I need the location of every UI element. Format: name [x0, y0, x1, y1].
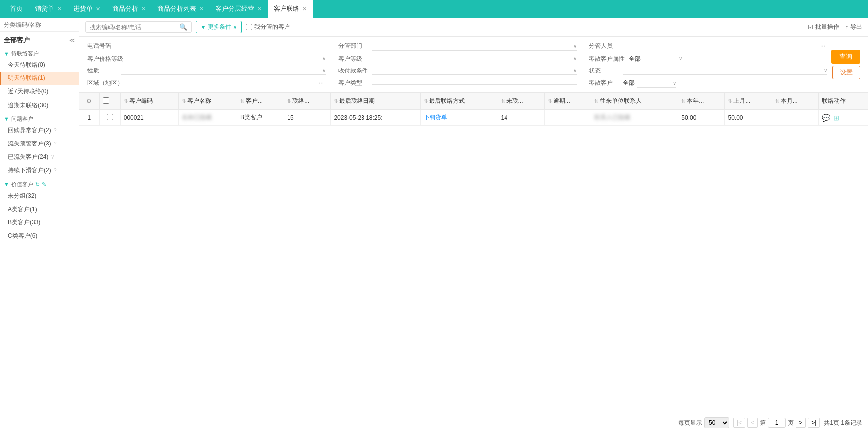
- sidebar-item-declining[interactable]: 持续下滑客户(2) ?: [0, 164, 79, 177]
- filter-select-payment[interactable]: ∨: [372, 66, 577, 75]
- col-header-overdue[interactable]: 逾期...: [544, 93, 591, 110]
- filter-cell-status[interactable]: 状态 ∨: [589, 66, 827, 75]
- batch-ops-button[interactable]: ☑ 批量操作: [808, 23, 839, 31]
- nav-purchase-close-icon[interactable]: ✕: [96, 6, 100, 12]
- col-header-last-contact-method[interactable]: 最后联络方式: [420, 93, 498, 110]
- sidebar-all-customers-header: 全部客户 ≪: [0, 32, 79, 47]
- col-header-contact[interactable]: 联络...: [284, 93, 331, 110]
- filter-select-customer-attr[interactable]: ∨: [643, 54, 682, 63]
- filter-select-nature[interactable]: ∨: [121, 66, 326, 75]
- sidebar-search-input[interactable]: [4, 21, 78, 28]
- filter-select-dept[interactable]: ∨: [372, 42, 577, 51]
- sidebar-item-tomorrow[interactable]: 明天待联络(1): [0, 72, 79, 85]
- value-group-edit-icon[interactable]: ✎: [42, 181, 46, 188]
- nav-customer-segmentation-close-icon[interactable]: ✕: [257, 6, 262, 12]
- filter-dept-chevron-icon: ∨: [573, 43, 577, 49]
- sidebar-item-overdue[interactable]: 逾期未联络(30): [0, 99, 79, 112]
- filter-select-retail[interactable]: ∨: [637, 79, 676, 88]
- col-header-contact-person[interactable]: 往来单位联系人: [591, 93, 678, 110]
- nav-purchase-label: 进货单: [73, 4, 93, 13]
- filter-cell-customer-level[interactable]: 客户等级 ∨: [338, 54, 577, 63]
- nav-goods-analysis-label: 商品分析: [112, 4, 138, 13]
- sidebar-item-today[interactable]: 今天待联络(0): [0, 58, 79, 72]
- page-input[interactable]: [768, 418, 786, 428]
- qr-action-icon[interactable]: ⊞: [833, 114, 839, 122]
- filter-cell-customer-type[interactable]: 客户类型: [338, 79, 577, 87]
- sidebar-group-pending-label: 待联络客户: [11, 50, 39, 57]
- lost-help-icon[interactable]: ?: [51, 154, 54, 160]
- filter-input-phone[interactable]: [121, 41, 326, 51]
- sidebar-item-lost-potential[interactable]: 流失预警客户(3) ?: [0, 137, 79, 150]
- repurchase-abnormal-help-icon[interactable]: ?: [54, 128, 57, 133]
- main-search-container: 🔍: [85, 21, 192, 33]
- cell-seq: 1: [79, 110, 99, 126]
- nav-customer-segmentation[interactable]: 客户分层经营 ✕: [210, 0, 268, 18]
- settings-button[interactable]: 设置: [832, 66, 860, 79]
- sidebar-collapse-icon[interactable]: ≪: [69, 37, 75, 44]
- sidebar-item-repurchase-abnormal[interactable]: 回购异常客户(2) ?: [0, 124, 79, 137]
- filter-select-customer-level[interactable]: ∨: [372, 54, 577, 63]
- filter-cell-price-level[interactable]: 客户价格等级 ∨: [87, 54, 326, 63]
- nav-customer-contact[interactable]: 客户联络 ✕: [268, 0, 313, 18]
- sidebar-group-problem: ▼ 问题客户: [0, 112, 79, 124]
- filter-select-price-level[interactable]: ∨: [127, 54, 326, 63]
- sidebar-item-ungrouped[interactable]: 未分组(32): [0, 189, 79, 203]
- filter-cell-payment[interactable]: 收付款条件 ∨: [338, 66, 577, 75]
- filter-cell-nature[interactable]: 性质 ∨: [87, 66, 326, 75]
- filter-cell-dept[interactable]: 分管部门 ∨: [338, 42, 577, 51]
- nav-customer-contact-label: 客户联络: [274, 4, 299, 13]
- pagination-last-button[interactable]: >|: [808, 418, 820, 428]
- table-row: 1 000021 名称已隐藏 B类客户 15 2023-05-23 18:25:…: [79, 110, 868, 126]
- sidebar-item-class-a[interactable]: A类客户(1): [0, 203, 79, 216]
- nav-sales-close-icon[interactable]: ✕: [57, 6, 62, 12]
- per-page-select[interactable]: 10 20 50 100: [704, 417, 729, 428]
- col-header-current-year[interactable]: 本年...: [678, 93, 725, 110]
- filter-select-customer-type[interactable]: [372, 81, 577, 85]
- col-header-last-contact-date[interactable]: 最后联络日期: [331, 93, 420, 110]
- main-search-input[interactable]: [90, 24, 179, 31]
- query-button[interactable]: 查询: [831, 50, 860, 64]
- last-contact-method-link[interactable]: 下销货单: [424, 114, 447, 121]
- filter-row-2: 客户价格等级 ∨ 客户等级 ∨: [87, 54, 827, 63]
- col-header-name[interactable]: 客户名称: [178, 93, 237, 110]
- filter-actions: 查询 设置: [831, 41, 860, 88]
- filter-label-customer-type: 客户类型: [338, 79, 368, 87]
- nav-goods-analysis[interactable]: 商品分析 ✕: [106, 0, 151, 18]
- settings-icon[interactable]: ⚙: [86, 98, 92, 105]
- pagination-prev-button[interactable]: <: [747, 418, 758, 428]
- row-checkbox[interactable]: [107, 114, 113, 120]
- main-search-icon[interactable]: 🔍: [179, 23, 187, 31]
- declining-help-icon[interactable]: ?: [54, 168, 57, 173]
- nav-sales[interactable]: 销货单 ✕: [29, 0, 68, 18]
- sidebar-item-class-c[interactable]: C类客户(6): [0, 229, 79, 243]
- sidebar-group-pending-arrow: ▼: [4, 51, 9, 57]
- select-all-checkbox[interactable]: [103, 97, 109, 104]
- filter-region-dots[interactable]: ···: [317, 79, 326, 86]
- lost-potential-help-icon[interactable]: ?: [54, 141, 57, 146]
- col-header-current-month[interactable]: 本月...: [772, 93, 818, 110]
- nav-purchase[interactable]: 进货单 ✕: [68, 0, 106, 18]
- pagination-first-button[interactable]: |<: [733, 418, 745, 428]
- col-header-code[interactable]: 客户编码: [120, 93, 178, 110]
- message-action-icon[interactable]: 💬: [822, 114, 830, 122]
- nav-home[interactable]: 首页: [4, 0, 29, 18]
- col-header-not-contacted[interactable]: 未联...: [498, 93, 544, 110]
- nav-customer-contact-close-icon[interactable]: ✕: [302, 6, 307, 12]
- my-customers-checkbox-label[interactable]: 我分管的客户: [246, 23, 290, 31]
- value-group-refresh-icon[interactable]: ↻: [35, 181, 40, 188]
- more-filter-button[interactable]: ▼ 更多条件 ∧: [196, 21, 242, 33]
- nav-goods-analysis-table-close-icon[interactable]: ✕: [199, 6, 204, 12]
- my-customers-checkbox[interactable]: [246, 24, 252, 30]
- col-header-type[interactable]: 客户...: [237, 93, 284, 110]
- filter-manager-dots[interactable]: ···: [818, 42, 827, 49]
- sidebar-item-lost[interactable]: 已流失客户(24) ?: [0, 150, 79, 164]
- export-button[interactable]: ↑ 导出: [845, 23, 862, 31]
- col-header-last-month[interactable]: 上月...: [725, 93, 772, 110]
- sidebar-item-week[interactable]: 近7天待联络(0): [0, 85, 79, 98]
- nav-goods-analysis-table[interactable]: 商品分析列表 ✕: [151, 0, 210, 18]
- filter-status-chevron-icon: ∨: [824, 68, 827, 73]
- nav-goods-analysis-close-icon[interactable]: ✕: [141, 6, 145, 12]
- sidebar-item-class-b[interactable]: B类客户(33): [0, 216, 79, 229]
- filter-select-status[interactable]: ∨: [623, 66, 827, 75]
- pagination-next-button[interactable]: >: [796, 418, 806, 428]
